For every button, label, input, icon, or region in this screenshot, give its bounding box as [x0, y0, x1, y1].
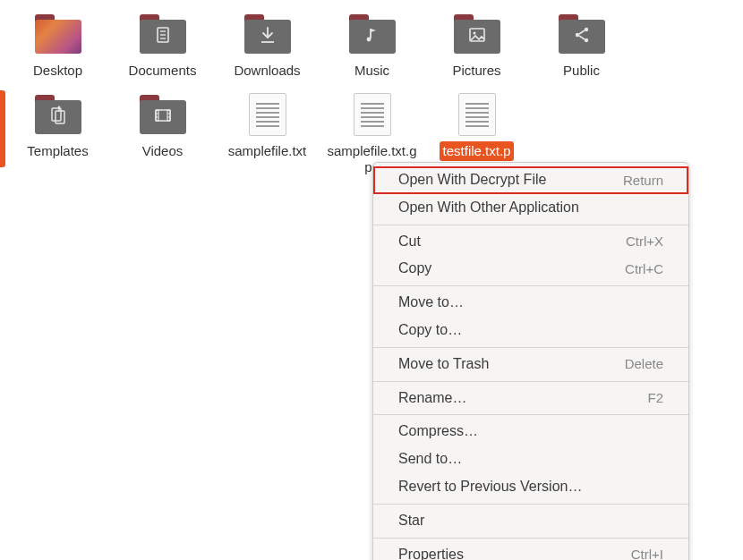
menu-item[interactable]: Compress…: [373, 418, 688, 445]
folder-icon: [35, 93, 81, 136]
download-icon: [257, 24, 278, 49]
menu-item-label: Copy to…: [398, 321, 462, 340]
menu-item[interactable]: Rename…F2: [373, 385, 688, 412]
menu-item-label: Move to…: [398, 293, 464, 312]
file-label: Desktop: [30, 61, 86, 81]
file-item[interactable]: Desktop: [5, 13, 110, 81]
file-label: Templates: [23, 141, 91, 161]
file-label: samplefile.txt: [225, 141, 311, 161]
menu-separator: [373, 225, 688, 225]
menu-item-label: Rename…: [398, 389, 466, 408]
menu-item[interactable]: Open With Decrypt FileReturn: [373, 166, 688, 194]
svg-point-10: [584, 38, 587, 42]
menu-item[interactable]: CopyCtrl+C: [373, 255, 688, 283]
templates-icon: [47, 105, 69, 130]
text-file-icon: [349, 93, 396, 136]
file-item[interactable]: Documents: [110, 13, 215, 81]
folder-icon: [559, 13, 605, 55]
file-label: Music: [351, 61, 393, 81]
file-label: testfile.txt.p: [440, 141, 515, 161]
menu-item-shortcut: Delete: [625, 355, 663, 373]
folder-icon: [140, 13, 186, 55]
svg-point-7: [473, 32, 475, 35]
menu-item-label: Compress…: [398, 422, 478, 441]
file-item[interactable]: Videos: [110, 93, 215, 177]
svg-rect-18: [156, 110, 158, 121]
menu-item[interactable]: Star: [373, 507, 688, 535]
video-icon: [152, 105, 174, 130]
file-label: Pictures: [448, 61, 504, 81]
file-item[interactable]: Public: [529, 13, 634, 81]
context-menu: Open With Decrypt FileReturnOpen With Ot…: [372, 162, 689, 560]
menu-item[interactable]: Revert to Previous Version…: [373, 473, 688, 501]
svg-point-5: [366, 38, 371, 42]
folder-icon: [35, 13, 81, 55]
menu-item-label: Star: [398, 512, 424, 530]
file-label: Videos: [139, 141, 187, 161]
menu-separator: [373, 414, 688, 415]
selection-edge-indicator: [0, 90, 5, 167]
menu-separator: [373, 381, 688, 382]
file-label: Public: [559, 61, 603, 81]
svg-point-16: [57, 106, 60, 109]
text-file-icon: [244, 93, 291, 136]
menu-item-label: Open With Decrypt File: [398, 171, 546, 190]
menu-separator: [373, 504, 688, 505]
file-label: Documents: [125, 61, 201, 81]
doc-icon: [152, 24, 174, 49]
menu-item-label: Cut: [398, 233, 421, 251]
file-item[interactable]: Pictures: [424, 13, 529, 81]
file-item[interactable]: Downloads: [215, 13, 320, 81]
menu-item[interactable]: Send to…: [373, 445, 688, 473]
menu-item-shortcut: F2: [647, 389, 663, 407]
svg-rect-19: [167, 110, 170, 121]
folder-icon: [454, 13, 500, 55]
file-label: Downloads: [230, 61, 303, 81]
menu-item[interactable]: PropertiesCtrl+I: [373, 541, 688, 560]
menu-item-label: Move to Trash: [398, 355, 489, 374]
menu-item-shortcut: Ctrl+C: [625, 260, 663, 278]
file-item[interactable]: samplefile.txt: [215, 93, 320, 177]
folder-icon: [244, 13, 291, 55]
menu-item-label: Send to…: [398, 450, 462, 469]
svg-point-8: [575, 33, 578, 37]
menu-item-label: Revert to Previous Version…: [398, 478, 582, 496]
menu-separator: [373, 285, 688, 286]
svg-line-12: [579, 36, 585, 39]
menu-item[interactable]: Move to TrashDelete: [373, 351, 688, 378]
menu-item-label: Copy: [398, 259, 431, 278]
menu-item-shortcut: Ctrl+X: [626, 233, 663, 250]
folder-icon: [349, 13, 396, 55]
svg-rect-17: [156, 110, 170, 121]
menu-separator: [373, 538, 688, 539]
menu-item[interactable]: Open With Other Application: [373, 194, 688, 222]
folder-icon: [140, 93, 186, 136]
picture-icon: [466, 24, 488, 49]
file-item[interactable]: Music: [320, 13, 424, 81]
file-item[interactable]: Templates: [5, 93, 110, 177]
menu-item[interactable]: Copy to…: [373, 317, 688, 344]
menu-item-label: Open With Other Application: [398, 199, 579, 217]
menu-item[interactable]: CutCtrl+X: [373, 228, 688, 256]
svg-rect-14: [56, 111, 64, 123]
svg-line-11: [579, 30, 585, 34]
menu-separator: [373, 347, 688, 348]
music-icon: [362, 24, 383, 49]
menu-item[interactable]: Move to…: [373, 289, 688, 317]
menu-item-shortcut: Ctrl+I: [631, 546, 663, 560]
menu-item-shortcut: Return: [623, 172, 663, 190]
menu-item-label: Properties: [398, 546, 464, 560]
svg-point-9: [584, 28, 587, 31]
text-file-icon: [454, 93, 500, 136]
share-icon: [571, 24, 593, 49]
